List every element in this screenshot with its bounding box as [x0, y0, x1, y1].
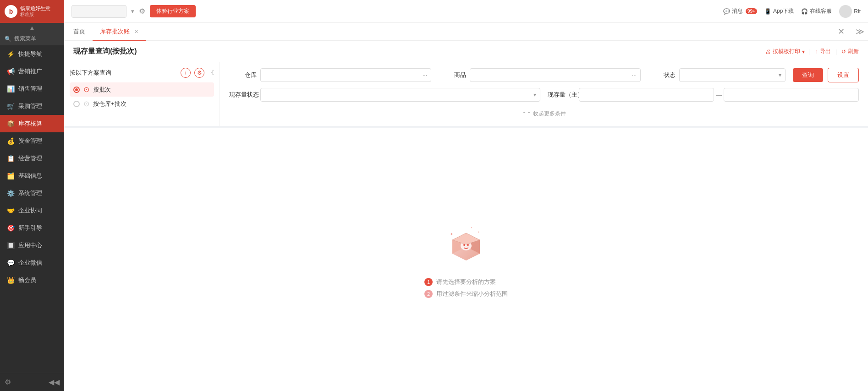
content: 现存量查询(按批次) 🖨 按模板打印 ▾ | ↑ 导出 | ↺ 刷新: [64, 41, 868, 391]
scheme-item-warehouse-batch[interactable]: ⊙ 按仓库+批次: [70, 97, 214, 111]
finance-icon: 💰: [6, 137, 15, 145]
step-1-label: 请先选择要分析的方案: [436, 276, 496, 288]
quick-nav-icon: ⚡: [6, 50, 15, 58]
inv-qty-max[interactable]: [724, 88, 859, 102]
app-download-action[interactable]: 📱 App下载: [764, 7, 794, 15]
sidebar-item-ops[interactable]: 📋 经营管理: [0, 150, 64, 167]
filter-scheme-header: 按以下方案查询 ＋ ⚙ 《: [70, 68, 214, 78]
svg-text:✦: ✦: [471, 226, 472, 229]
message-label: 消息: [732, 7, 743, 15]
export-action[interactable]: ↑ 导出: [815, 48, 831, 55]
status-select[interactable]: ▾: [679, 68, 786, 82]
purchase-icon: 🛒: [6, 102, 15, 110]
scheme-item-batch[interactable]: ⊙ 按批次: [70, 82, 214, 97]
message-icon: 💬: [723, 8, 730, 15]
trial-btn[interactable]: 体验行业方案: [150, 5, 196, 17]
sidebar-item-guide[interactable]: 🎯 新手引导: [0, 219, 64, 237]
sales-icon: 📊: [6, 85, 15, 93]
edition-label: 标准版: [20, 11, 50, 18]
empty-illustration: ✦ ✦ ✦: [443, 219, 489, 265]
scroll-up-btn[interactable]: ▲: [0, 23, 64, 32]
username-label: Rit: [854, 8, 861, 15]
app-logo: b: [5, 5, 17, 18]
range-dash: —: [716, 92, 722, 98]
sidebar-item-purchase[interactable]: 🛒 采购管理: [0, 98, 64, 115]
sidebar-item-app-center[interactable]: 🔲 应用中心: [0, 237, 64, 254]
avatar: [839, 5, 852, 18]
query-btn[interactable]: 查询: [793, 68, 823, 82]
guide-icon: 🎯: [6, 224, 15, 232]
inv-qty-label: 现存量（主）: [548, 91, 575, 99]
app-download-icon: 📱: [764, 8, 771, 15]
manage-scheme-btn[interactable]: ⚙: [194, 68, 204, 78]
topbar-gear-icon[interactable]: ⚙: [139, 7, 145, 16]
sidebar-item-basic[interactable]: 🗂️ 基础信息: [0, 167, 64, 185]
sidebar-nav: ⚡ 快捷导航 📢 营销推广 📊 销售管理 🛒 采购管理 📦 库存核算 💰 资金管…: [0, 45, 64, 373]
online-service-label: 在线客服: [810, 7, 832, 15]
inv-status-label: 现存量状态: [229, 91, 257, 99]
status-field: 状态 ▾: [648, 68, 786, 82]
inv-qty-min[interactable]: [579, 88, 714, 102]
scheme-wb-label: 按仓库+批次: [93, 100, 126, 108]
print-action[interactable]: 🖨 按模板打印 ▾: [765, 48, 805, 55]
app-center-icon: 🔲: [6, 241, 15, 250]
collapse-more-btn[interactable]: ⌃⌃ 收起更多条件: [229, 107, 859, 120]
inv-status-select[interactable]: ▾: [260, 88, 540, 102]
nav-label: 新手引导: [18, 224, 42, 232]
scheme-batch-label: 按批次: [93, 86, 111, 94]
step-2-num: 2: [424, 290, 433, 298]
warehouse-field: 仓库 ···: [229, 68, 431, 82]
topbar-chevron-icon[interactable]: ▾: [131, 8, 134, 15]
goods-input[interactable]: ···: [470, 68, 641, 82]
inv-qty-range: —: [579, 88, 859, 102]
collapse-sidebar-icon[interactable]: ◀◀: [49, 378, 60, 386]
collapse-scheme-icon[interactable]: 《: [208, 69, 214, 77]
sidebar-item-system[interactable]: ⚙️ 系统管理: [0, 185, 64, 202]
printer-icon: 🖨: [765, 49, 771, 55]
svg-text:✦: ✦: [450, 232, 453, 236]
print-label: 按模板打印: [773, 48, 800, 55]
step-1-num: 1: [424, 278, 433, 286]
print-chevron-icon: ▾: [802, 49, 805, 55]
export-icon: ↑: [815, 49, 818, 55]
online-service-action[interactable]: 🎧 在线客服: [801, 7, 832, 15]
goods-label: 商品: [439, 71, 466, 79]
warehouse-input[interactable]: ···: [260, 68, 431, 82]
nav-label: 系统管理: [18, 189, 42, 197]
sidebar-item-member[interactable]: 👑 畅会员: [0, 272, 64, 289]
svg-point-4: [463, 244, 465, 246]
step-1: 1 请先选择要分析的方案: [424, 276, 508, 288]
user-profile[interactable]: Rit: [839, 5, 861, 18]
sidebar-item-inventory[interactable]: 📦 库存核算: [0, 115, 64, 132]
expand-panel-btn[interactable]: ≫: [852, 27, 868, 37]
close-panel-btn[interactable]: ✕: [830, 27, 852, 37]
sidebar-item-quick-nav[interactable]: ⚡ 快捷导航: [0, 45, 64, 63]
sidebar-item-wechat[interactable]: 💬 企业微信: [0, 254, 64, 272]
settings-icon[interactable]: ⚙: [5, 378, 11, 386]
tab-inventory-batch[interactable]: 库存批次账 ✕: [93, 23, 146, 41]
sidebar-item-marketing[interactable]: 📢 营销推广: [0, 63, 64, 80]
refresh-label: 刷新: [848, 48, 859, 55]
tab-home[interactable]: 首页: [66, 23, 93, 41]
sidebar-item-sales[interactable]: 📊 销售管理: [0, 80, 64, 98]
step-2: 2 用过滤条件来缩小分析范围: [424, 288, 508, 300]
nav-label: 经营管理: [18, 154, 42, 163]
sidebar-item-enterprise[interactable]: 🤝 企业协同: [0, 202, 64, 219]
sidebar-search[interactable]: 🔍 搜索菜单: [0, 32, 64, 45]
collapse-label: 收起更多条件: [533, 110, 566, 118]
add-scheme-btn[interactable]: ＋: [181, 68, 191, 78]
empty-steps: 1 请先选择要分析的方案 2 用过滤条件来缩小分析范围: [424, 276, 508, 300]
nav-label: 营销推广: [18, 67, 42, 76]
topbar-search-input[interactable]: [71, 5, 126, 18]
nav-label: 企业微信: [18, 259, 42, 267]
tab-close-icon[interactable]: ✕: [134, 29, 138, 34]
message-action[interactable]: 💬 消息 99+: [723, 7, 757, 15]
refresh-action[interactable]: ↺ 刷新: [841, 48, 859, 55]
sidebar-item-finance[interactable]: 💰 资金管理: [0, 132, 64, 150]
setting-btn[interactable]: 设置: [828, 68, 859, 82]
nav-label: 畅会员: [18, 276, 36, 284]
status-label: 状态: [648, 71, 676, 79]
filter-row-2: 现存量状态 ▾ 现存量（主） —: [229, 88, 859, 102]
ops-icon: 📋: [6, 154, 15, 163]
sidebar: b 畅康通好生意 标准版 ▲ 🔍 搜索菜单 ⚡ 快捷导航 📢 营销推广 📊 销售…: [0, 0, 64, 391]
